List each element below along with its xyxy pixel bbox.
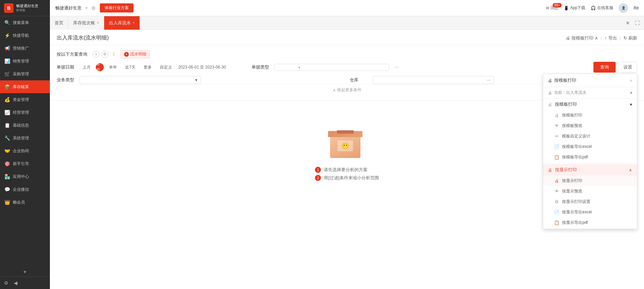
- display-print-action-item[interactable]: 🖨 按显示打印: [543, 176, 637, 186]
- current-indicator-wrap: 🖨 当前：出入库流水: [548, 90, 586, 96]
- current-icon: 🖨: [548, 90, 552, 95]
- export-btn[interactable]: ↑ 导出: [605, 35, 617, 41]
- template-preview-item[interactable]: 👁 按模板预览: [543, 121, 637, 131]
- service-label: 在线客服: [597, 5, 613, 11]
- voucher-type-select[interactable]: ▾: [274, 64, 389, 71]
- date-btn-this-year[interactable]: 本年: [106, 63, 120, 71]
- tab-inout-flow-close[interactable]: ×: [133, 21, 135, 25]
- date-btn-last-7[interactable]: 近7天: [122, 63, 139, 71]
- action-divider-2: |: [620, 35, 621, 41]
- sidebar-item-finance[interactable]: 💰 资金管理: [0, 93, 50, 106]
- template-pdf-item[interactable]: 📋 按模板导出pdf: [543, 152, 637, 162]
- sidebar-bottom: ⚙ ◀: [0, 277, 50, 289]
- refresh-icon: ↻: [623, 35, 627, 41]
- business-type-arrow-icon: ▾: [195, 78, 197, 82]
- service-btn[interactable]: 🎧 在线客服: [591, 5, 613, 11]
- template-print-header[interactable]: 🖨 按模板打印 ▾: [543, 99, 637, 110]
- display-preview-item[interactable]: 👁 按显示预览: [543, 186, 637, 196]
- sidebar-scroll-down[interactable]: ▼: [0, 267, 50, 277]
- sidebar-item-member[interactable]: 👑 畅会员: [0, 196, 50, 209]
- trial-button[interactable]: 体验行业方案: [100, 3, 134, 12]
- template-excel-label: 按模板导出excel: [562, 144, 592, 150]
- header-gear-icon[interactable]: ⚙: [91, 5, 96, 11]
- display-excel-item[interactable]: 📄 按显示导出excel: [543, 207, 637, 217]
- voucher-type-more-icon[interactable]: ···: [394, 64, 399, 70]
- warehouse-select[interactable]: ···: [373, 76, 494, 84]
- sidebar-item-search[interactable]: 🔍 搜索菜单: [0, 16, 50, 29]
- step-1-num: 1: [315, 167, 321, 173]
- app-download-btn[interactable]: 📱 App下载: [564, 5, 585, 11]
- step-2-num: 2: [315, 175, 321, 181]
- sidebar-collapse-icon[interactable]: ◀: [14, 280, 18, 286]
- date-btn-this-month[interactable]: 本月: [96, 63, 104, 71]
- sidebar-item-system[interactable]: 🔧 系统管理: [0, 132, 50, 144]
- business-type-group: 业务类型 ▾: [57, 76, 344, 84]
- current-arrow-icon[interactable]: ▾: [630, 90, 632, 95]
- display-excel-label: 按显示导出excel: [562, 209, 592, 215]
- template-print-chevron: ▾: [630, 102, 632, 107]
- system-icon: 🔧: [4, 135, 10, 141]
- sidebar-settings-icon[interactable]: ⚙: [4, 280, 8, 286]
- sidebar-item-quick-nav[interactable]: ⚡ 快捷导航: [0, 29, 50, 42]
- sidebar-item-guide[interactable]: 🎯 新手引导: [0, 157, 50, 170]
- filter-collapse-btn[interactable]: 《: [110, 51, 115, 57]
- sidebar-item-sales[interactable]: 📊 销售管理: [0, 55, 50, 68]
- sidebar-item-purchase[interactable]: 🛒 采购管理: [0, 68, 50, 80]
- tab-close-all-btn[interactable]: ✕: [624, 19, 632, 27]
- message-btn[interactable]: ✉ 消息 99+: [546, 5, 558, 11]
- sidebar-item-marketing[interactable]: 📢 营销推广: [0, 42, 50, 55]
- user-avatar[interactable]: 👤: [619, 3, 628, 13]
- sidebar-item-inventory[interactable]: 📦 库存核算: [0, 80, 50, 93]
- app-download-label: App下载: [570, 5, 585, 11]
- header-chevron-icon[interactable]: ▾: [86, 6, 87, 10]
- filter-add-btn[interactable]: +: [93, 51, 99, 58]
- sidebar-label-inventory: 库存核算: [13, 84, 29, 90]
- tab-inout-flow-label: 出入库流水: [109, 20, 131, 26]
- display-pdf-item[interactable]: 📋 按显示导出pdf: [543, 217, 637, 228]
- sidebar-item-cooperation[interactable]: 🤝 企业协同: [0, 144, 50, 157]
- date-btn-custom[interactable]: 自定义: [157, 63, 175, 71]
- display-print-chevron: ∧: [629, 167, 632, 173]
- template-excel-item[interactable]: 📄 按模板导出excel: [543, 141, 637, 152]
- top-header: 畅捷通好生意 ▾ ⚙ 体验行业方案 ✉ 消息 99+ 📱 App下载 🎧: [50, 0, 644, 16]
- filter-settings-btn[interactable]: ⚙: [101, 51, 108, 58]
- filter-tag-water[interactable]: ● 流水明细: [120, 50, 150, 58]
- tab-inventory-batch[interactable]: 库存批次账 ×: [68, 16, 104, 30]
- query-button[interactable]: 查询: [593, 62, 616, 73]
- sidebar-item-basic[interactable]: 📋 基础信息: [0, 119, 50, 132]
- date-btn-more[interactable]: 更多: [141, 63, 155, 71]
- template-custom-item[interactable]: ✏ 模板自定义设计: [543, 131, 637, 141]
- sidebar-label-operations: 经营管理: [13, 110, 29, 115]
- sidebar-label-sales: 销售管理: [13, 58, 29, 64]
- settings-button[interactable]: 设置: [618, 62, 637, 73]
- username-text[interactable]: Rit: [634, 6, 639, 10]
- business-type-select[interactable]: ▾: [80, 76, 201, 84]
- display-settings-item[interactable]: ⚙ 按显示打印设置: [543, 196, 637, 207]
- date-btn-last-month[interactable]: 上月: [80, 63, 94, 71]
- sidebar-item-operations[interactable]: 📈 经营管理: [0, 106, 50, 119]
- tab-inout-flow[interactable]: 出入库流水 ×: [104, 16, 140, 30]
- tab-home[interactable]: 首页: [50, 16, 68, 30]
- print-btn[interactable]: 🖨 按模板打印 ∧: [566, 35, 598, 41]
- step-1-text: 请先选择要分析的方案: [324, 167, 368, 173]
- print-label: 按模板打印: [572, 35, 593, 41]
- sidebar-item-app-center[interactable]: 🏪 应用中心: [0, 170, 50, 183]
- display-print-header[interactable]: 🖨 按显示打印 ∧: [543, 164, 637, 176]
- template-custom-icon: ✏: [554, 134, 559, 139]
- tab-maximize-btn[interactable]: ⛶: [633, 19, 641, 27]
- print-dropdown-title-text: 按模板打印: [554, 77, 576, 83]
- display-pdf-label: 按显示导出pdf: [562, 220, 588, 226]
- refresh-btn[interactable]: ↻ 刷新: [623, 35, 637, 41]
- template-print-action-item[interactable]: 🖨 按模板打印: [543, 110, 637, 121]
- warehouse-more-icon[interactable]: ···: [487, 78, 490, 82]
- export-icon: ↑: [605, 35, 607, 41]
- template-excel-icon: 📄: [554, 144, 559, 150]
- sidebar-item-wechat[interactable]: 💬 企业微信: [0, 183, 50, 196]
- export-label: 导出: [608, 35, 617, 41]
- display-print-header-wrap: 🖨 按显示打印: [548, 167, 577, 173]
- print-dropdown-collapse-icon[interactable]: ∧: [630, 79, 632, 82]
- print-dropdown: 🖨 按模板打印 ∧ 🖨 当前：出入库流水 ▾: [543, 74, 637, 229]
- page-actions-right: 🖨 按模板打印 ∧ | ↑ 导出 | ↻ 刷新: [566, 35, 637, 41]
- tab-inventory-batch-close[interactable]: ×: [97, 21, 99, 25]
- sidebar-label-quick-nav: 快捷导航: [13, 33, 29, 38]
